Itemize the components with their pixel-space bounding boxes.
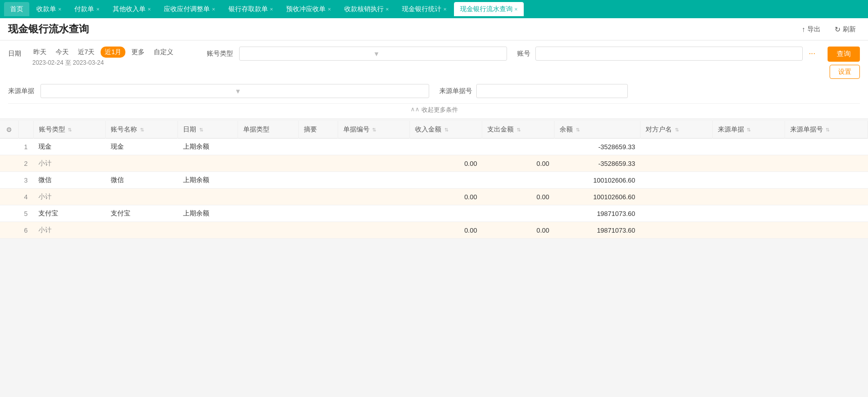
cell-balance: -3528659.33 <box>554 139 640 155</box>
th-counterpart[interactable]: 对方户名 ⇅ <box>641 121 713 139</box>
nav-tab-现金银行流水查询[interactable]: 现金银行流水查询× <box>454 2 524 16</box>
close-tab-icon[interactable]: × <box>515 6 518 12</box>
cell-counterpart <box>641 189 713 205</box>
sort-icon-9: ⇅ <box>747 127 751 133</box>
cell-account-name: 支付宝 <box>106 205 178 222</box>
th-summary: 摘要 <box>299 121 338 139</box>
collapse-bar[interactable]: ∧∧ 收起更多条件 <box>8 103 860 116</box>
row-settings <box>0 155 18 172</box>
cell-income: 0.00 <box>410 222 482 239</box>
tab-label: 现金银行流水查询 <box>460 5 513 14</box>
cell-source-doc <box>712 205 785 222</box>
cell-doc-num <box>338 222 410 239</box>
th-account-name[interactable]: 账号名称 ⇅ <box>106 121 178 139</box>
close-tab-icon[interactable]: × <box>443 6 446 12</box>
nav-tab-付款单[interactable]: 付款单× <box>68 2 105 16</box>
account-more-icon[interactable]: ··· <box>807 49 817 58</box>
export-button[interactable]: ↑ 导出 <box>798 23 825 36</box>
cell-counterpart <box>641 222 713 239</box>
sort-icon-6: ⇅ <box>517 127 521 133</box>
refresh-button[interactable]: ↻ 刷新 <box>831 23 860 36</box>
sort-icon-2: ⇅ <box>140 127 144 133</box>
cell-expense: 0.00 <box>482 155 555 172</box>
cell-date: 上期余额 <box>178 205 238 222</box>
nav-tab-应收应付调整单[interactable]: 应收应付调整单× <box>158 2 221 16</box>
nav-tab-现金银行统计[interactable]: 现金银行统计× <box>396 2 452 16</box>
close-tab-icon[interactable]: × <box>386 6 389 12</box>
cell-source-doc <box>712 155 785 172</box>
nav-tab-预收冲应收单[interactable]: 预收冲应收单× <box>280 2 337 16</box>
source-doc-dropdown[interactable]: ▼ <box>40 84 429 98</box>
cell-balance: 100102606.60 <box>554 189 640 205</box>
sort-icon-5: ⇅ <box>444 127 448 133</box>
th-row-num <box>18 121 33 139</box>
nav-tab-收款核销执行[interactable]: 收款核销执行× <box>338 2 395 16</box>
cell-summary <box>299 139 338 155</box>
close-tab-icon[interactable]: × <box>148 6 151 12</box>
chevron-down-icon: ▼ <box>373 50 502 58</box>
date-btn-1month[interactable]: 近1月 <box>101 47 125 58</box>
date-btn-more[interactable]: 更多 <box>128 47 148 58</box>
close-tab-icon[interactable]: × <box>58 6 61 12</box>
source-doc-num-input[interactable] <box>476 84 628 98</box>
row-number: 5 <box>18 205 33 222</box>
th-date[interactable]: 日期 ⇅ <box>178 121 238 139</box>
source-doc-num-label: 来源单据号 <box>439 84 472 98</box>
cell-source-doc-num <box>785 139 867 155</box>
cell-source-doc-num <box>785 172 867 189</box>
account-input[interactable] <box>535 47 802 61</box>
row-settings <box>0 189 18 205</box>
th-source-doc-num[interactable]: 来源单据号 ⇅ <box>785 121 867 139</box>
date-btn-yesterday[interactable]: 昨天 <box>30 47 50 58</box>
account-filter: 账号 ··· <box>517 47 817 61</box>
cell-source-doc <box>712 172 785 189</box>
close-tab-icon[interactable]: × <box>96 6 99 12</box>
data-table: ⚙ 账号类型 ⇅ 账号名称 ⇅ 日期 ⇅ 单据类型 摘要 单据编号 ⇅ 收入金额… <box>0 121 868 239</box>
cell-account-name <box>106 222 178 239</box>
row-settings <box>0 205 18 222</box>
cell-source-doc <box>712 222 785 239</box>
close-tab-icon[interactable]: × <box>212 6 215 12</box>
table-section: ⚙ 账号类型 ⇅ 账号名称 ⇅ 日期 ⇅ 单据类型 摘要 单据编号 ⇅ 收入金额… <box>0 121 868 239</box>
tab-label: 收款单 <box>36 5 56 14</box>
table-settings-icon[interactable]: ⚙ <box>0 121 18 139</box>
cell-expense <box>482 205 555 222</box>
query-button[interactable]: 查询 <box>828 47 860 62</box>
date-btn-today[interactable]: 今天 <box>53 47 72 58</box>
close-tab-icon[interactable]: × <box>328 6 331 12</box>
cell-account-name: 微信 <box>106 172 178 189</box>
th-doc-num[interactable]: 单据编号 ⇅ <box>338 121 410 139</box>
collapse-icon: ∧∧ <box>410 106 420 114</box>
tab-label: 银行存取款单 <box>229 5 268 14</box>
cell-date: 上期余额 <box>178 139 238 155</box>
cell-expense: 0.00 <box>482 189 555 205</box>
cell-summary <box>299 172 338 189</box>
cell-doc-type <box>238 205 298 222</box>
cell-source-doc-num <box>785 222 867 239</box>
th-income[interactable]: 收入金额 ⇅ <box>410 121 482 139</box>
cell-account-type: 小计 <box>33 222 106 239</box>
filter-section: 日期 昨天 今天 近7天 近1月 更多 自定义 2023-02-24 至 202… <box>0 40 868 119</box>
cell-counterpart <box>641 172 713 189</box>
th-account-type[interactable]: 账号类型 ⇅ <box>33 121 106 139</box>
nav-tab-收款单[interactable]: 收款单× <box>30 2 67 16</box>
row-number: 6 <box>18 222 33 239</box>
settings-button[interactable]: 设置 <box>830 65 860 79</box>
th-balance[interactable]: 余额 ⇅ <box>554 121 640 139</box>
date-btn-custom[interactable]: 自定义 <box>151 47 176 58</box>
account-type-dropdown[interactable]: ▼ <box>239 47 507 61</box>
date-btn-7days[interactable]: 近7天 <box>75 47 98 58</box>
source-doc-label: 来源单据 <box>8 84 36 98</box>
tab-label: 预收冲应收单 <box>286 5 326 14</box>
nav-tab-银行存取款单[interactable]: 银行存取款单× <box>222 2 279 16</box>
nav-tab-其他收入单[interactable]: 其他收入单× <box>107 2 157 16</box>
cell-income: 0.00 <box>410 189 482 205</box>
row-number: 1 <box>18 139 33 155</box>
close-tab-icon[interactable]: × <box>270 6 273 12</box>
th-source-doc[interactable]: 来源单据 ⇅ <box>712 121 785 139</box>
th-expense[interactable]: 支出金额 ⇅ <box>482 121 555 139</box>
header-actions: ↑ 导出 ↻ 刷新 <box>798 23 860 36</box>
nav-tab-home[interactable]: 首页 <box>4 2 29 16</box>
cell-account-type: 小计 <box>33 155 106 172</box>
cell-account-name <box>106 189 178 205</box>
